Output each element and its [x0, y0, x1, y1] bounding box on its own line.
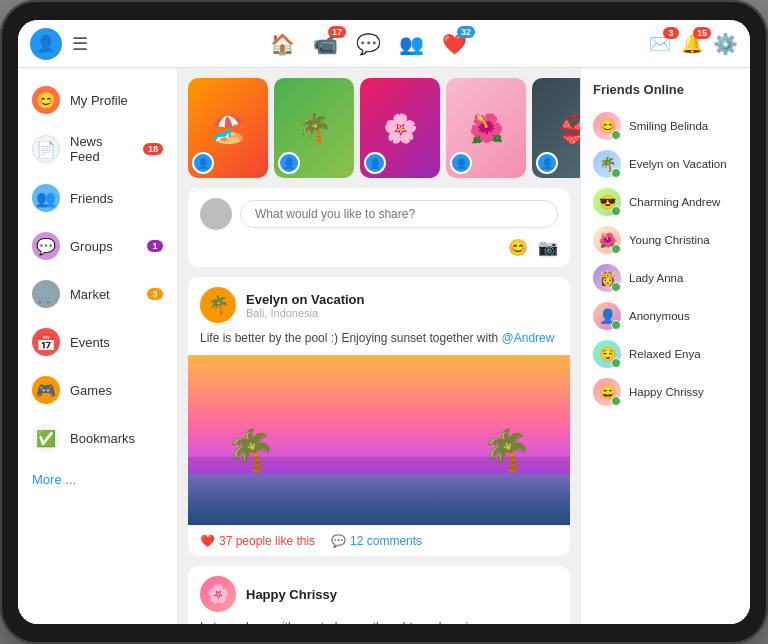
story-avatar: 👤 [450, 152, 472, 174]
events-icon: 📅 [32, 328, 60, 356]
games-icon: 🎮 [32, 376, 60, 404]
friend-name-relaxed-enya: Relaxed Enya [629, 348, 701, 360]
groups-icon: 💬 [32, 232, 60, 260]
post-header-2: 🌸 Happy Chrissy [188, 566, 570, 618]
friend-name-young-christina: Young Christina [629, 234, 710, 246]
heart-badge: 32 [457, 26, 475, 38]
friend-item-happy-chrissy[interactable]: 😄 Happy Chrissy [581, 373, 750, 411]
friend-item-smiling-belinda[interactable]: 😊 Smiling Belinda [581, 107, 750, 145]
friends-panel-title: Friends Online [581, 78, 750, 107]
hamburger-icon[interactable]: ☰ [72, 33, 88, 55]
sidebar-item-market[interactable]: 🛒 Market 3 [18, 270, 177, 318]
share-user-avatar [200, 198, 232, 230]
palm-tree-left: 🌴 [226, 427, 276, 474]
post-card-2: 🌸 Happy Chrissy Let me share with you to… [188, 566, 570, 624]
video-badge: 17 [328, 26, 346, 38]
feed-area: 🏖️ 👤 🌴 👤 🌸 👤 🌺 👤 [178, 68, 580, 624]
post-1-comment[interactable]: 💬 12 comments [331, 534, 422, 548]
nav-center: 🏠 📹 17 💬 👥 ❤️ 32 [100, 32, 637, 56]
mail-badge: 3 [663, 27, 679, 39]
post-1-footer: ❤️ 37 people like this 💬 12 comments [188, 525, 570, 556]
friend-avatar-happy-chrissy: 😄 [593, 378, 621, 406]
friend-item-charming-andrew[interactable]: 😎 Charming Andrew [581, 183, 750, 221]
post-1-image: 🌴 🌴 [188, 355, 570, 525]
friend-avatar-evelyn: 🌴 [593, 150, 621, 178]
chat-icon: 💬 [356, 32, 381, 56]
story-item[interactable]: 🏖️ 👤 [188, 78, 268, 178]
people-nav-button[interactable]: 👥 [399, 32, 424, 56]
story-avatar: 👤 [364, 152, 386, 174]
newsfeed-badge: 18 [143, 143, 163, 155]
top-nav: 👤 ☰ 🏠 📹 17 💬 👥 ❤️ 32 [18, 20, 750, 68]
post-1-mention[interactable]: @Andrew [502, 331, 555, 345]
palm-tree-right: 🌴 [482, 427, 532, 474]
friend-item-relaxed-enya[interactable]: 😌 Relaxed Enya [581, 335, 750, 373]
share-emoji-icon[interactable]: 😊 [508, 238, 528, 257]
market-badge: 3 [147, 288, 163, 300]
stories-row: 🏖️ 👤 🌴 👤 🌸 👤 🌺 👤 [188, 78, 570, 178]
sidebar-item-friends[interactable]: 👥 Friends [18, 174, 177, 222]
friend-item-lady-anna[interactable]: 👸 Lady Anna [581, 259, 750, 297]
sidebar-label-newsfeed: News Feed [70, 134, 133, 164]
home-icon: 🏠 [270, 32, 295, 56]
friend-avatar-relaxed-enya: 😌 [593, 340, 621, 368]
sidebar-item-events[interactable]: 📅 Events [18, 318, 177, 366]
main-content: 😊 My Profile 📄 News Feed 18 👥 Friends 💬 … [18, 68, 750, 624]
sidebar-item-groups[interactable]: 💬 Groups 1 [18, 222, 177, 270]
story-item[interactable]: 🌸 👤 [360, 78, 440, 178]
nav-right: ✉️ 3 🔔 15 ⚙️ [649, 32, 738, 56]
pool-reflection [188, 474, 570, 525]
story-item[interactable]: 🌴 👤 [274, 78, 354, 178]
sidebar-label-friends: Friends [70, 191, 163, 206]
groups-badge: 1 [147, 240, 163, 252]
story-avatar: 👤 [192, 152, 214, 174]
home-nav-button[interactable]: 🏠 [270, 32, 295, 56]
share-box: 😊 📷 [188, 188, 570, 267]
post-2-text: Let me share with you today my thoughts … [188, 618, 570, 624]
heart-nav-button[interactable]: ❤️ 32 [442, 32, 467, 56]
people-icon: 👥 [399, 32, 424, 56]
screen: 👤 ☰ 🏠 📹 17 💬 👥 ❤️ 32 [18, 20, 750, 624]
friend-avatar-anonymous: 👤 [593, 302, 621, 330]
friends-icon: 👥 [32, 184, 60, 212]
like-heart-icon: ❤️ [200, 534, 215, 548]
sidebar-item-more[interactable]: More ... [18, 462, 177, 497]
sidebar-item-games[interactable]: 🎮 Games [18, 366, 177, 414]
sidebar-label-profile: My Profile [70, 93, 163, 108]
friend-avatar-smiling-belinda: 😊 [593, 112, 621, 140]
bell-nav-button[interactable]: 🔔 15 [681, 33, 703, 55]
bookmarks-icon: ✅ [32, 424, 60, 452]
friend-item-anonymous[interactable]: 👤 Anonymous [581, 297, 750, 335]
post-2-avatar: 🌸 [200, 576, 236, 612]
story-item[interactable]: 🌺 👤 [446, 78, 526, 178]
friend-item-young-christina[interactable]: 🌺 Young Christina [581, 221, 750, 259]
chat-nav-button[interactable]: 💬 [356, 32, 381, 56]
friend-name-lady-anna: Lady Anna [629, 272, 683, 284]
friend-item-evelyn[interactable]: 🌴 Evelyn on Vacation [581, 145, 750, 183]
sidebar-item-newsfeed[interactable]: 📄 News Feed 18 [18, 124, 177, 174]
post-1-author: Evelyn on Vacation [246, 292, 558, 307]
post-1-like[interactable]: ❤️ 37 people like this [200, 534, 315, 548]
post-1-like-count: 37 people like this [219, 534, 315, 548]
sidebar-item-bookmarks[interactable]: ✅ Bookmarks [18, 414, 177, 462]
story-item[interactable]: 👙 👤 [532, 78, 580, 178]
post-1-location: Bali, Indonesia [246, 307, 558, 319]
settings-icon: ⚙️ [713, 32, 738, 56]
sidebar-item-profile[interactable]: 😊 My Profile [18, 76, 177, 124]
market-icon: 🛒 [32, 280, 60, 308]
user-avatar[interactable]: 👤 [30, 28, 62, 60]
bell-badge: 15 [693, 27, 711, 39]
mail-nav-button[interactable]: ✉️ 3 [649, 33, 671, 55]
post-card-1: 🌴 Evelyn on Vacation Bali, Indonesia Lif… [188, 277, 570, 556]
share-camera-icon[interactable]: 📷 [538, 238, 558, 257]
sidebar-label-groups: Groups [70, 239, 137, 254]
tablet-frame: 👤 ☰ 🏠 📹 17 💬 👥 ❤️ 32 [0, 0, 768, 644]
video-nav-button[interactable]: 📹 17 [313, 32, 338, 56]
friend-name-evelyn: Evelyn on Vacation [629, 158, 727, 170]
settings-nav-button[interactable]: ⚙️ [713, 32, 738, 56]
story-avatar: 👤 [278, 152, 300, 174]
friend-avatar-charming-andrew: 😎 [593, 188, 621, 216]
sidebar-label-market: Market [70, 287, 137, 302]
post-1-avatar: 🌴 [200, 287, 236, 323]
share-input[interactable] [240, 200, 558, 228]
